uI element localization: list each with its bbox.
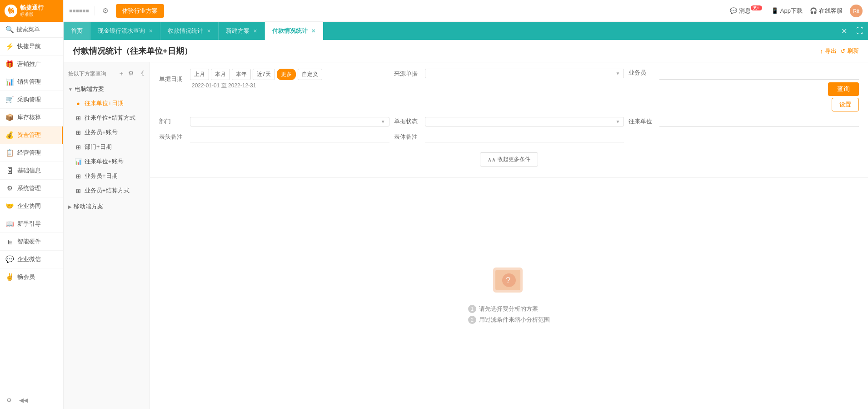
sidebar-item-wechat[interactable]: 💬 企业微信 (0, 251, 63, 268)
message-btn[interactable]: 💬 消息 99+ (730, 7, 764, 15)
date-btn-this-year[interactable]: 本年 (232, 69, 251, 80)
sidebar-item-label: 采购管理 (17, 96, 41, 104)
basic-icon: 🗄 (5, 167, 14, 175)
collapse-sidebar-btn[interactable]: ◀◀ (17, 395, 30, 405)
tabs-right: ✕ ⛶ (837, 22, 868, 40)
scheme-salesman-account[interactable]: ⊞ 业务员+账号 (64, 125, 150, 140)
sidebar-item-inventory[interactable]: 📦 库存核算 (0, 109, 63, 126)
header-note-input[interactable] (190, 131, 389, 142)
sidebar-item-hardware[interactable]: 🖥 智能硬件 (0, 233, 63, 251)
action-btn-group: 查询 设置 (659, 82, 859, 111)
body-note-input[interactable] (425, 131, 624, 142)
sidebar-item-finance[interactable]: 💰 资金管理 (0, 126, 63, 144)
logo-title: 畅捷通行 (20, 4, 44, 11)
sidebar-item-label: 企业微信 (17, 255, 41, 263)
sidebar-item-company[interactable]: 🤝 企业协同 (0, 197, 63, 215)
date-btn-last-month[interactable]: 上月 (190, 69, 209, 80)
add-scheme-btn[interactable]: ＋ (117, 69, 125, 79)
sales-icon: 📊 (5, 78, 14, 86)
mobile-group-label: 移动端方案 (74, 202, 103, 211)
expand-tab-btn[interactable]: ⛶ (852, 22, 868, 40)
date-btn-custom[interactable]: 自定义 (298, 69, 322, 80)
partner-input[interactable] (659, 116, 859, 127)
scheme-dept-date[interactable]: ⊞ 部门+日期 (64, 140, 150, 154)
date-btn-7days[interactable]: 近7天 (253, 69, 275, 80)
scheme-label: 业务员+结算方式 (85, 187, 130, 195)
wechat-icon: 💬 (5, 255, 14, 263)
mobile-group-header[interactable]: ▶ 移动端方案 (64, 200, 150, 213)
sidebar-item-label: 畅会员 (17, 273, 35, 281)
message-label: 消息 (739, 7, 751, 15)
scheme-salesman-date[interactable]: ⊞ 业务员+日期 (64, 169, 150, 183)
sidebar-item-guide[interactable]: 📖 新手引导 (0, 215, 63, 233)
sidebar-item-basic[interactable]: 🗄 基础信息 (0, 162, 63, 180)
service-label: 在线客服 (819, 7, 843, 15)
tab-new-close[interactable]: ✕ (253, 28, 257, 34)
source-select[interactable]: ▼ (425, 69, 624, 78)
sidebar-item-sales[interactable]: 📊 销售管理 (0, 73, 63, 91)
logo-icon: 畅 (5, 5, 17, 17)
date-btn-more[interactable]: 更多 (277, 69, 296, 80)
close-tab-btn[interactable]: ✕ (837, 22, 852, 40)
scheme-chart-icon3: ⊞ (75, 187, 82, 194)
inventory-icon: 📦 (5, 113, 14, 121)
filter-settings-btn[interactable]: 设置 (832, 98, 859, 111)
tab-payment[interactable]: 付款情况统计 ✕ (265, 22, 323, 40)
sidebar-item-label: 基础信息 (17, 167, 41, 175)
avatar[interactable]: Rit (850, 5, 863, 17)
logo-text-group: 畅捷通行 标准版 (20, 4, 44, 18)
settings-gear-btn[interactable]: ⚙ (100, 5, 110, 17)
sidebar-item-marketing[interactable]: 🎁 营销推广 (0, 56, 63, 73)
sidebar-item-quicknav[interactable]: ⚡ 快捷导航 (0, 38, 63, 56)
empty-tips: 1 请先选择要分析的方案 2 用过滤条件来缩小分析范围 (468, 305, 550, 324)
tab-new[interactable]: 新建方案 ✕ (219, 22, 265, 40)
settings-footer-btn[interactable]: ⚙ (5, 395, 14, 405)
sidebar-footer: ⚙ ◀◀ (0, 391, 63, 409)
collapse-filter-btn[interactable]: ∧∧ 收起更多条件 (480, 152, 538, 167)
date-label: 单据日期 (159, 75, 186, 83)
sidebar-item-vip[interactable]: ✌ 畅会员 (0, 268, 63, 286)
tab-receipt-close[interactable]: ✕ (207, 28, 211, 34)
tab-payment-close[interactable]: ✕ (311, 28, 315, 34)
scheme-label: 往来单位+账号 (85, 157, 124, 166)
scheme-partner-account[interactable]: 📊 往来单位+账号 (64, 154, 150, 169)
sidebar-item-operations[interactable]: 📋 经营管理 (0, 144, 63, 162)
operations-icon: 📋 (5, 149, 14, 157)
service-btn[interactable]: 🎧 在线客服 (810, 7, 843, 15)
scheme-label: 部门+日期 (85, 143, 112, 151)
sidebar-item-search[interactable]: 🔍 搜索菜单 (0, 22, 63, 38)
search-btn[interactable]: 查询 (828, 82, 859, 96)
export-btn[interactable]: ↑ 导出 (820, 47, 837, 55)
salesman-input[interactable] (659, 69, 859, 80)
settings-scheme-btn[interactable]: ⚙ (127, 69, 135, 79)
scheme-partner-settle[interactable]: ⊞ 往来单位+结算方式 (64, 111, 150, 125)
sidebar-item-label: 资金管理 (17, 131, 41, 139)
pc-group-header[interactable]: ▼ 电脑端方案 (64, 82, 150, 96)
tab-bank[interactable]: 现金银行流水查询 ✕ (90, 22, 160, 40)
message-icon: 💬 (730, 7, 737, 14)
partner-field: 往来单位 (629, 116, 859, 127)
refresh-label: 刷新 (847, 47, 859, 55)
refresh-btn[interactable]: ↺ 刷新 (840, 47, 859, 55)
collapse-icon: ∧∧ (488, 157, 496, 163)
scheme-label: 业务员+账号 (85, 128, 118, 136)
bill-status-select[interactable]: ▼ (425, 117, 624, 126)
tab-home[interactable]: 首页 (64, 22, 90, 40)
tip-num-2: 2 (468, 316, 476, 324)
scheme-partner-date[interactable]: ● 往来单位+日期 (64, 96, 150, 111)
date-btn-this-month[interactable]: 本月 (211, 69, 230, 80)
sidebar-item-system[interactable]: ⚙ 系统管理 (0, 180, 63, 197)
source-label: 来源单据 (394, 70, 421, 78)
dept-select[interactable]: ▼ (190, 117, 389, 126)
tip-text-1: 请先选择要分析的方案 (479, 305, 538, 313)
collapse-label: 收起更多条件 (498, 156, 530, 163)
tab-receipt[interactable]: 收款情况统计 ✕ (160, 22, 219, 40)
scheme-active-icon: ● (75, 100, 82, 107)
app-download-btn[interactable]: 📱 App下载 (771, 7, 803, 15)
empty-tip-2: 2 用过滤条件来缩小分析范围 (468, 316, 550, 324)
scheme-salesman-settle[interactable]: ⊞ 业务员+结算方式 (64, 183, 150, 198)
sidebar-item-purchase[interactable]: 🛒 采购管理 (0, 91, 63, 109)
tab-bank-close[interactable]: ✕ (149, 28, 153, 34)
trial-btn[interactable]: 体验行业方案 (116, 4, 164, 18)
collapse-panel-btn[interactable]: 《 (137, 69, 145, 79)
